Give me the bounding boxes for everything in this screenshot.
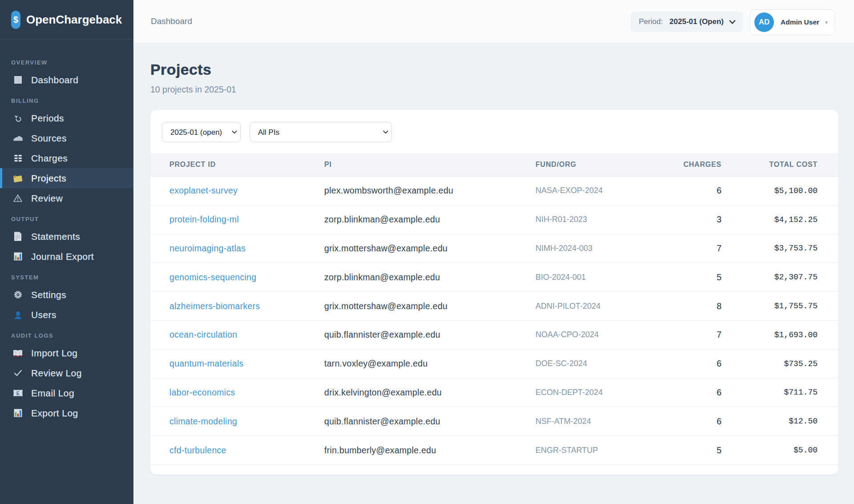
svg-text:E: E (16, 391, 20, 396)
